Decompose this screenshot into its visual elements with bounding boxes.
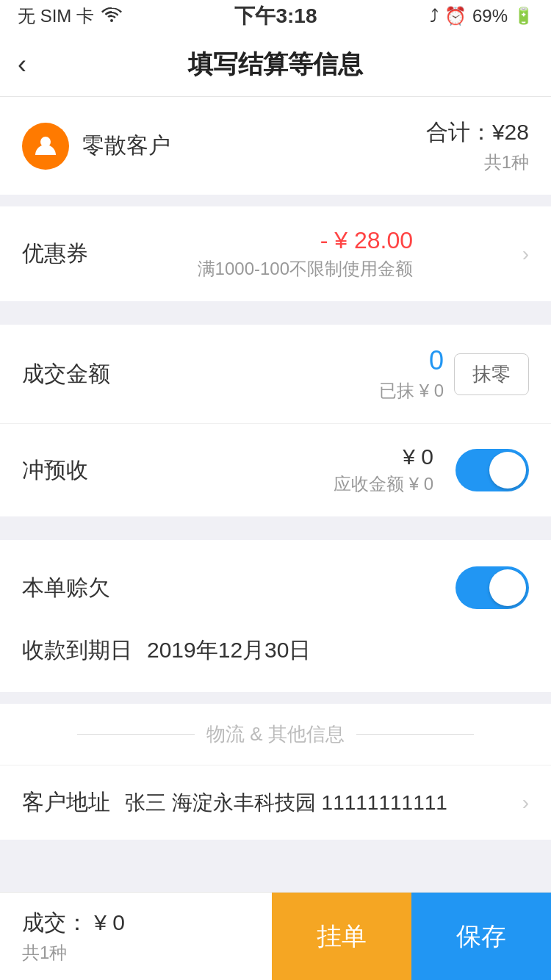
footer-info: 成交： ¥ 0 共1种 — [0, 893, 272, 980]
prepay-value: ¥ 0 — [334, 444, 433, 469]
prepay-label: 冲预收 — [22, 455, 88, 486]
transaction-section: 成交金额 0 已抹 ¥ 0 抹零 冲预收 ¥ 0 应收金额 ¥ 0 — [0, 325, 551, 516]
content: 零散客户 合计：¥28 共1种 优惠券 - ¥ 28.00 满1000-100不… — [0, 97, 551, 947]
coupon-description: 满1000-100不限制使用金额 — [198, 257, 413, 281]
debt-section: 本单赊欠 收款到期日 2019年12月30日 — [0, 540, 551, 692]
transaction-label: 成交金额 — [22, 359, 110, 389]
nav-bar: ‹ 填写结算等信息 — [0, 32, 551, 97]
location-icon: ⤴ — [430, 6, 439, 26]
address-label: 客户地址 — [22, 788, 110, 818]
hang-single-button[interactable]: 挂单 — [272, 893, 411, 980]
save-button[interactable]: 保存 — [411, 893, 551, 980]
toggle-knob — [489, 452, 526, 489]
logistics-header: 物流 & 其他信息 — [0, 704, 551, 765]
no-sim-text: 无 SIM 卡 — [18, 4, 94, 28]
battery-text: 69% — [472, 6, 508, 26]
prepay-right: ¥ 0 应收金额 ¥ 0 — [334, 444, 529, 496]
prepay-row: 冲预收 ¥ 0 应收金额 ¥ 0 — [0, 424, 551, 516]
wifi-icon — [101, 6, 122, 26]
battery-icon: 🔋 — [514, 7, 533, 26]
alarm-icon: ⏰ — [444, 6, 467, 26]
logistics-section: 物流 & 其他信息 客户地址 张三 海淀永丰科技园 11111111111 › — [0, 704, 551, 840]
back-button[interactable]: ‹ — [18, 49, 26, 80]
customer-left: 零散客户 — [22, 123, 170, 170]
transaction-row: 成交金额 0 已抹 ¥ 0 抹零 — [0, 325, 551, 424]
address-value: 张三 海淀永丰科技园 11111111111 — [125, 789, 508, 817]
transaction-sub: 已抹 ¥ 0 — [379, 379, 444, 403]
status-bar: 无 SIM 卡 下午3:18 ⤴ ⏰ 69% 🔋 — [0, 0, 551, 32]
section-divider-2 — [0, 528, 551, 540]
customer-name: 零散客户 — [82, 131, 170, 161]
coupon-right: - ¥ 28.00 满1000-100不限制使用金额 — [198, 227, 413, 281]
debt-label: 本单赊欠 — [22, 573, 110, 603]
customer-count: 共1种 — [426, 151, 529, 174]
section-divider-1 — [0, 313, 551, 325]
prepay-sub: 应收金额 ¥ 0 — [334, 472, 433, 496]
customer-total: 合计：¥28 — [426, 118, 529, 148]
customer-right: 合计：¥28 共1种 — [426, 118, 529, 174]
footer-transaction-amount: ¥ 0 — [94, 910, 125, 934]
footer: 成交： ¥ 0 共1种 挂单 保存 — [0, 892, 551, 980]
coupon-row[interactable]: 优惠券 - ¥ 28.00 满1000-100不限制使用金额 › — [0, 206, 551, 301]
footer-count: 共1种 — [22, 941, 250, 965]
footer-amount: 成交： ¥ 0 — [22, 908, 250, 938]
address-chevron-icon: › — [522, 791, 529, 815]
status-time: 下午3:18 — [234, 2, 317, 30]
logistics-label: 物流 & 其他信息 — [206, 721, 345, 747]
round-button[interactable]: 抹零 — [454, 353, 529, 395]
page-title: 填写结算等信息 — [188, 48, 363, 82]
debt-toggle-knob — [489, 569, 526, 606]
footer-transaction-label: 成交： — [22, 910, 88, 934]
due-date-value: 2019年12月30日 — [147, 635, 311, 666]
customer-avatar — [22, 123, 69, 170]
coupon-chevron-icon: › — [522, 242, 529, 266]
customer-section: 零散客户 合计：¥28 共1种 — [0, 97, 551, 195]
transaction-right: 0 已抹 ¥ 0 抹零 — [379, 345, 529, 403]
debt-row: 本单赊欠 — [0, 540, 551, 635]
debt-toggle[interactable] — [455, 566, 529, 609]
address-row[interactable]: 客户地址 张三 海淀永丰科技园 11111111111 › — [0, 765, 551, 840]
coupon-section: 优惠券 - ¥ 28.00 满1000-100不限制使用金额 › — [0, 206, 551, 301]
due-date-row: 收款到期日 2019年12月30日 — [0, 635, 551, 692]
coupon-label: 优惠券 — [22, 239, 88, 269]
transaction-value: 0 — [379, 345, 444, 376]
due-date-label: 收款到期日 — [22, 635, 132, 666]
status-right: ⤴ ⏰ 69% 🔋 — [430, 6, 533, 26]
prepay-value-container: ¥ 0 应收金额 ¥ 0 — [334, 444, 433, 496]
coupon-amount: - ¥ 28.00 — [198, 227, 413, 254]
status-left: 无 SIM 卡 — [18, 4, 122, 28]
prepay-toggle[interactable] — [455, 449, 529, 491]
